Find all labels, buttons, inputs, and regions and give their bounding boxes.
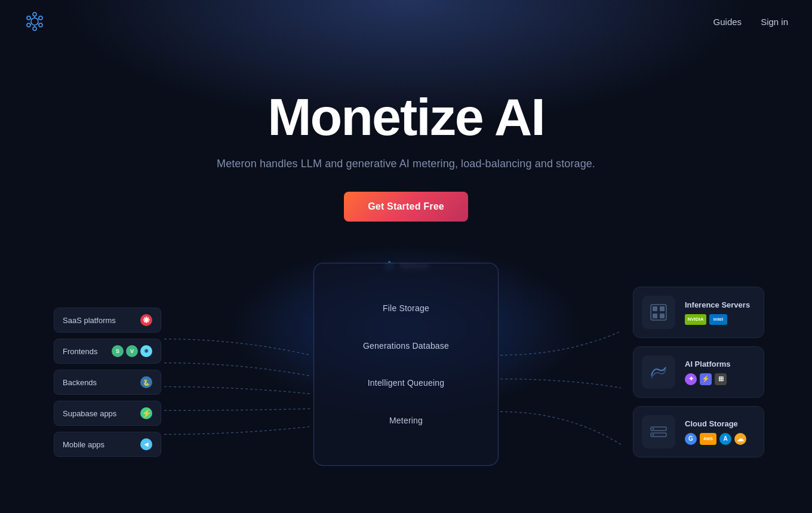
svg-rect-21: [653, 306, 657, 311]
cloud-storage-icon-box: [642, 415, 675, 449]
svg-point-26: [653, 428, 654, 430]
aws-logo: AWS: [700, 433, 716, 445]
cf-logo: ☁: [734, 433, 746, 445]
right-services: Inference Servers NVIDIA intel AI Platfo…: [633, 287, 764, 457]
svg-point-3: [39, 23, 42, 27]
svg-point-6: [27, 16, 30, 20]
openai-logo: ✦: [685, 373, 697, 385]
ai-platforms-info: AI Platforms ✦ ⚡ ⊞: [685, 360, 731, 385]
inference-icon-box: [642, 296, 675, 329]
center-box: File Storage Generations Database Intell…: [313, 263, 499, 466]
client-frontends-icons: S V ⚛: [112, 345, 152, 357]
client-frontends: Frontends S V ⚛: [54, 339, 161, 364]
svg-point-0: [31, 18, 38, 25]
signin-link[interactable]: Sign in: [761, 17, 788, 27]
center-item-2: Intelligent Queueing: [368, 378, 445, 388]
center-item-3: Metering: [389, 416, 423, 425]
inference-info: Inference Servers NVIDIA intel: [685, 300, 750, 325]
cloud-storage-name: Cloud Storage: [685, 419, 746, 428]
svg-point-2: [39, 16, 42, 20]
nav-links: Guides Sign in: [713, 17, 788, 27]
nvidia-logo: NVIDIA: [685, 314, 706, 325]
cloud-storage-icon: [649, 422, 668, 441]
navbar: Guides Sign in: [0, 0, 812, 43]
azure-logo: A: [719, 433, 731, 445]
frontend-icon-react: ⚛: [140, 345, 152, 357]
svg-point-1: [33, 13, 36, 16]
hero-subtitle: Meteron handles LLM and generative AI me…: [0, 158, 812, 170]
svg-point-5: [27, 23, 30, 27]
svg-rect-24: [660, 314, 665, 318]
client-backends: Backends 🐍: [54, 370, 161, 395]
diagram-area: Meteron File Storage Generations Databas…: [0, 251, 812, 513]
supabase-icon: ⚡: [140, 407, 152, 419]
svg-point-4: [33, 27, 36, 30]
left-clients: SaaS platforms ❋ Frontends S V ⚛ Backend…: [54, 308, 161, 457]
inference-name: Inference Servers: [685, 300, 750, 309]
platform-logo-2: ⚡: [700, 373, 712, 385]
svg-rect-22: [660, 306, 665, 311]
gcp-logo: G: [685, 433, 697, 445]
logo-icon: [24, 11, 45, 32]
saas-icon-1: ❋: [140, 314, 152, 326]
cloud-storage-info: Cloud Storage G AWS A ☁: [685, 419, 746, 445]
ai-platforms-logos: ✦ ⚡ ⊞: [685, 373, 731, 385]
client-backends-icons: 🐍: [140, 376, 152, 388]
hero-title: Monetize AI: [0, 91, 812, 143]
frontend-icon-vue: S: [112, 345, 124, 357]
guides-link[interactable]: Guides: [713, 17, 742, 27]
client-supabase-icons: ⚡: [140, 407, 152, 419]
logo: [24, 11, 45, 32]
service-cloud-storage: Cloud Storage G AWS A ☁: [633, 406, 764, 457]
platform-logo-3: ⊞: [715, 373, 727, 385]
backend-icon-python: 🐍: [140, 376, 152, 388]
client-saas: SaaS platforms ❋: [54, 308, 161, 333]
ai-platforms-icon: [649, 363, 668, 382]
client-saas-icons: ❋: [140, 314, 152, 326]
ai-platforms-name: AI Platforms: [685, 360, 731, 368]
client-mobile: Mobile apps ◄: [54, 432, 161, 457]
svg-point-28: [653, 434, 654, 436]
client-mobile-icons: ◄: [140, 438, 152, 450]
cloud-storage-logos: G AWS A ☁: [685, 433, 746, 445]
svg-rect-23: [653, 314, 657, 318]
center-item-0: File Storage: [383, 303, 429, 313]
frontend-icon-vue2: V: [126, 345, 138, 357]
service-ai-platforms: AI Platforms ✦ ⚡ ⊞: [633, 346, 764, 398]
center-item-1: Generations Database: [363, 341, 449, 351]
service-inference: Inference Servers NVIDIA intel: [633, 287, 764, 338]
ai-platforms-icon-box: [642, 355, 675, 389]
intel-logo: intel: [709, 314, 727, 325]
hero-section: Monetize AI Meteron handles LLM and gene…: [0, 43, 812, 222]
inference-icon: [649, 303, 668, 322]
cta-button[interactable]: Get Started Free: [344, 192, 468, 222]
mobile-icon-flutter: ◄: [140, 438, 152, 450]
inference-logos: NVIDIA intel: [685, 314, 750, 325]
client-supabase: Supabase apps ⚡: [54, 401, 161, 426]
